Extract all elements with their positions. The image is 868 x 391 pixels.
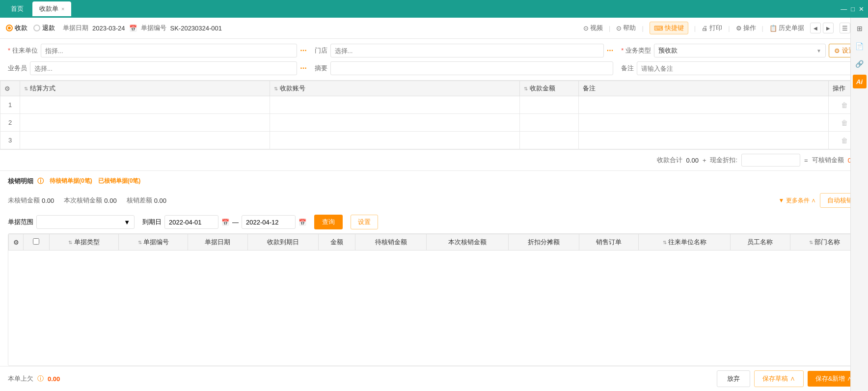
doc-date-header: 单据日期 [188,234,247,251]
note-input-2[interactable] [579,114,828,131]
account-input-2[interactable] [270,114,519,131]
tab-bar: 首页 收款单 × — □ ✕ [0,0,868,18]
receipt-radio-dot [6,25,13,31]
save-draft-button[interactable]: 保存草稿 ∧ [754,370,804,387]
delete-icon-1[interactable]: 🗑 [841,101,848,109]
minimize-button[interactable]: — [841,5,847,13]
section-title-row: 核销明细 ⓘ 待核销单据(0笔) 已核销单据(0笔) [8,176,860,186]
history-btn[interactable]: 📋 历史单据 [769,24,804,32]
pending-amount-header: 待核销金额 [355,234,426,251]
more-conditions-btn[interactable]: ▼ 更多条件 ∧ [778,196,816,205]
discount-label-col: 折扣分摊额 [528,238,560,246]
filter-settings-btn[interactable]: 设置 [351,215,378,229]
account-input-1[interactable] [270,96,519,113]
calendar-icon[interactable]: 📅 [129,25,137,32]
staff-more-btn[interactable]: ··· [300,64,306,73]
staff-input[interactable] [30,61,297,75]
settlement-cell-3[interactable] [20,132,270,149]
close-button[interactable]: ✕ [859,5,864,13]
date-to-input[interactable] [242,215,296,229]
store-input[interactable] [330,44,604,57]
account-input-3[interactable] [270,132,519,149]
doc-number-header: ⇅ 单据编号 [119,234,188,251]
info-icon[interactable]: ⓘ [37,177,44,186]
next-arrow[interactable]: ▶ [823,23,834,33]
amount-header: ⇅ 收款金额 [520,81,579,96]
completed-tab[interactable]: 已核销单据(0笔) [96,176,143,186]
discount-input[interactable] [741,154,800,167]
range-select[interactable]: ▼ [36,215,135,229]
help-btn[interactable]: ⊙ 帮助 [616,24,636,32]
gear-icon-bottom[interactable]: ⚙ [13,239,19,246]
settlement-cell-2[interactable] [20,114,270,132]
chevron-down-icon: ▼ [816,48,821,54]
this-order-label: 本单上欠 [8,374,33,383]
tab-close-icon[interactable]: × [61,6,64,12]
sidebar-document-icon[interactable]: 📄 [853,39,867,53]
account-cell-2[interactable] [270,114,520,132]
range-field: 单据范围 ▼ [8,215,135,229]
settlement-input-2[interactable] [20,114,270,131]
note-input[interactable] [637,61,860,75]
store-more-btn[interactable]: ··· [607,46,613,55]
delete-icon-2[interactable]: 🗑 [841,119,848,127]
amount-cell-1[interactable] [520,96,579,114]
note-cell-3[interactable] [579,132,829,149]
settlement-input-1[interactable] [20,96,270,113]
divider2: | [642,25,643,32]
counterpart-input[interactable] [41,44,298,57]
account-cell-1[interactable] [270,96,520,114]
tab-current[interactable]: 收款单 × [32,1,71,16]
this-order-info-icon[interactable]: ⓘ [37,374,44,383]
sidebar-link-icon[interactable]: 🔗 [853,57,867,71]
shortcut-btn[interactable]: ⌨ 快捷键 [650,22,688,34]
list-view-btn[interactable]: ☰ [840,23,850,33]
query-button[interactable]: 查询 [314,215,343,229]
calendar-from-icon[interactable]: 📅 [221,219,229,226]
sidebar-cursor-icon[interactable]: Ai [853,75,867,88]
abandon-button[interactable]: 放弃 [717,370,750,387]
date-from-input[interactable] [164,215,218,229]
counterpart-more-btn[interactable]: ··· [300,46,306,55]
form-row-1: 往来单位 ··· 门店 ··· 业务类型 预收款 ▼ ⚙ 设置 [8,44,860,57]
business-type-select[interactable]: 预收款 ▼ [654,44,826,57]
receipt-radio[interactable]: 收款 [6,24,27,32]
delete-icon-3[interactable]: 🗑 [841,137,848,144]
amount-cell-3[interactable] [520,132,579,149]
settlement-input-3[interactable] [20,132,270,149]
note-cell-2[interactable] [579,114,829,132]
table-gear-icon[interactable]: ⚙ [4,85,10,92]
table-row: 1 🗑 ⧉ [0,96,868,114]
verification-title: 核销明细 [8,177,33,186]
gear-header: ⚙ [0,81,20,96]
video-btn[interactable]: ⊙ 视频 [583,24,603,32]
refund-radio[interactable]: 退款 [33,24,55,32]
amount-cell-2[interactable] [520,114,579,132]
amount-input-3[interactable] [520,132,578,149]
unchecked-label: 未核销金额 [8,196,40,205]
note-cell-1[interactable] [579,96,829,114]
tab-home[interactable]: 首页 [4,1,30,16]
note-input-1[interactable] [579,96,828,113]
select-all-checkbox[interactable] [33,238,39,245]
help-label: 帮助 [623,24,636,32]
operations-btn[interactable]: ⚙ 操作 [736,24,756,32]
equal-sign: = [804,157,808,164]
calendar-to-icon[interactable]: 📅 [298,219,306,226]
amount-input-2[interactable] [520,114,578,131]
amount-input-1[interactable] [520,96,578,113]
pending-tab[interactable]: 待核销单据(0笔) [48,176,94,186]
note-input-3[interactable] [579,132,828,149]
sidebar-table-icon[interactable]: ⊞ [853,22,867,35]
business-type-value: 预收款 [658,46,678,55]
summary-input[interactable] [330,61,614,75]
print-btn[interactable]: 🖨 打印 [702,24,722,32]
receipt-table-section: ⚙ ⇅ 结算方式 ⇅ 收款账号 ⇅ 收款金额 备注 [0,81,868,150]
prev-arrow[interactable]: ◀ [810,23,821,33]
account-cell-3[interactable] [270,132,520,149]
operations-label: 操作 [743,24,756,32]
due-date-col-label: 收款到期日 [267,238,299,246]
maximize-button[interactable]: □ [851,5,855,13]
settlement-cell-1[interactable] [20,96,270,114]
business-type-field: 业务类型 预收款 ▼ ⚙ 设置 [621,44,860,57]
